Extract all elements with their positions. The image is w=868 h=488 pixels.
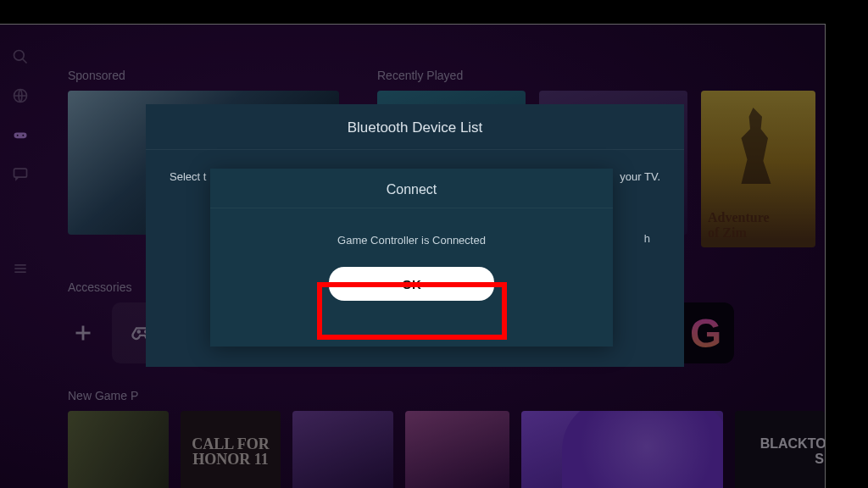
tv-screen: Sponsored Recently Played Adventure of Z… <box>0 24 826 488</box>
ok-button[interactable]: OK <box>329 267 494 301</box>
bluetooth-hint-right: your TV. <box>620 170 660 183</box>
connect-modal-message: Game Controller is Connected <box>210 208 613 267</box>
bluetooth-row-right: h <box>644 232 650 245</box>
connect-modal-title: Connect <box>210 169 613 208</box>
connect-modal: Connect Game Controller is Connected OK <box>210 169 613 347</box>
bluetooth-hint-left: Select t <box>170 170 206 183</box>
bluetooth-modal-title: Bluetooth Device List <box>146 104 684 149</box>
